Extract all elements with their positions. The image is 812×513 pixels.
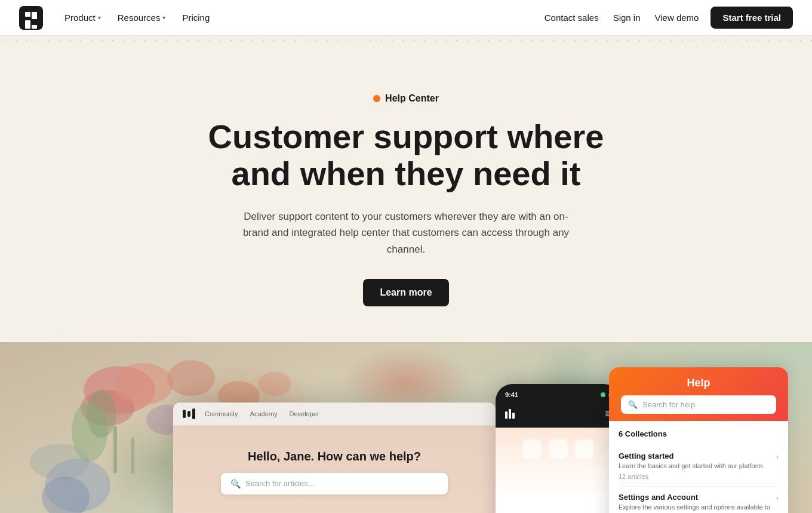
tab-community[interactable]: Community: [205, 410, 238, 417]
chevron-right-icon: ›: [776, 494, 779, 502]
chevron-right-icon: ›: [776, 453, 779, 461]
mobile-time: 9:41: [505, 391, 518, 398]
search-placeholder: Search for articles...: [245, 479, 315, 488]
mobile-logo-icon: [505, 409, 515, 419]
sign-in-link[interactable]: Sign in: [611, 8, 643, 27]
mobile-mockup: 9:41 + ≡: [496, 384, 621, 513]
view-demo-link[interactable]: View demo: [653, 8, 702, 27]
help-search-bar[interactable]: 🔍 Search for help: [621, 395, 776, 414]
signal-icon: [601, 392, 605, 397]
hero-title-line1: Customer support where: [208, 118, 604, 155]
demo-section: Community Academy Developer Hello, Jane.…: [0, 342, 812, 513]
mobile-bar-2: [509, 409, 511, 419]
tab-developer[interactable]: Developer: [289, 410, 319, 417]
hero-title: Customer support where and when they nee…: [197, 118, 615, 192]
svg-point-5: [167, 360, 215, 396]
nav-pricing-label: Pricing: [182, 13, 210, 23]
svg-point-2: [113, 363, 173, 405]
start-trial-button[interactable]: Start free trial: [710, 7, 793, 29]
collection-desc: Explore the various settings and options…: [619, 503, 776, 513]
dotted-divider: [0, 36, 812, 45]
logo-bar: [183, 410, 186, 418]
mobile-logo-area: ≡: [496, 403, 621, 428]
svg-rect-10: [113, 426, 117, 474]
learn-more-button[interactable]: Learn more: [363, 279, 448, 306]
contact-sales-link[interactable]: Contact sales: [542, 8, 601, 27]
collection-info: Settings and Account Explore the various…: [619, 493, 776, 513]
desktop-mockup: Community Academy Developer Hello, Jane.…: [173, 403, 496, 513]
svg-point-13: [258, 372, 291, 396]
collection-name: Getting started: [619, 451, 765, 460]
nav-right: Contact sales Sign in View demo Start fr…: [542, 7, 793, 29]
nav-product-label: Product: [64, 13, 96, 23]
collection-count: 12 articles: [619, 473, 765, 480]
desktop-content: Hello, Jane. How can we help? 🔍 Search f…: [173, 426, 496, 513]
chevron-down-icon: ▾: [98, 14, 101, 21]
nav-resources-label: Resources: [118, 13, 161, 23]
desktop-search-bar[interactable]: 🔍 Search for articles...: [221, 473, 448, 494]
intercom-browser-logo: [183, 408, 195, 419]
logo-bar-3: [25, 20, 30, 29]
collection-item-settings[interactable]: Settings and Account Explore the various…: [619, 487, 779, 513]
collections-count: 6 Collections: [619, 429, 779, 438]
badge-label: Help Center: [385, 93, 439, 104]
help-center-badge: Help Center: [373, 93, 439, 104]
collection-desc: Learn the basics and get started with ou…: [619, 462, 765, 471]
mobile-bar-3: [512, 413, 515, 419]
logo[interactable]: [19, 6, 43, 30]
help-panel-header: Help 🔍 Search for help: [609, 367, 788, 421]
collection-row: Settings and Account Explore the various…: [619, 493, 779, 513]
tab-academy[interactable]: Academy: [250, 410, 278, 417]
browser-tabs: Community Academy Developer: [205, 410, 319, 417]
hero-description: Deliver support content to your customer…: [239, 208, 573, 257]
hero-title-line2: and when they need it: [232, 155, 581, 192]
mobile-content: [496, 428, 621, 513]
logo-bar-2: [32, 12, 37, 19]
nav-links: Product ▾ Resources ▾ Pricing: [57, 8, 217, 27]
search-icon: 🔍: [230, 479, 241, 489]
nav-left: Product ▾ Resources ▾ Pricing: [19, 6, 217, 30]
navbar: Product ▾ Resources ▾ Pricing Contact sa…: [0, 0, 812, 36]
desktop-greeting: Hello, Jane. How can we help?: [248, 450, 421, 463]
logo-bar: [187, 411, 190, 417]
mobile-bar-1: [505, 411, 508, 419]
mobile-icon-2: [549, 440, 568, 459]
logo-bar-1: [25, 12, 30, 17]
logo-bar-4: [32, 25, 37, 29]
mobile-icon-3: [575, 440, 594, 459]
help-panel: Help 🔍 Search for help 6 Collections Get…: [609, 367, 788, 513]
logo-bars-icon: [25, 12, 37, 24]
help-panel-title: Help: [621, 377, 776, 389]
collection-name: Settings and Account: [619, 493, 776, 502]
chevron-down-icon: ▾: [162, 14, 165, 21]
logo-bar: [192, 408, 195, 419]
collection-item-getting-started[interactable]: Getting started Learn the basics and get…: [619, 446, 779, 487]
help-panel-body: 6 Collections Getting started Learn the …: [609, 421, 788, 513]
nav-resources[interactable]: Resources ▾: [110, 8, 173, 27]
mobile-icon-row: [504, 440, 613, 459]
hero-section: Help Center Customer support where and w…: [0, 45, 812, 342]
search-icon: 🔍: [628, 400, 638, 409]
mobile-icon-1: [522, 440, 542, 459]
collection-row: Getting started Learn the basics and get…: [619, 451, 779, 480]
orange-dot-icon: [373, 95, 380, 102]
svg-point-4: [87, 390, 116, 438]
browser-bar: Community Academy Developer: [173, 403, 496, 426]
help-search-placeholder: Search for help: [642, 400, 695, 409]
svg-rect-11: [131, 438, 134, 474]
nav-product[interactable]: Product ▾: [57, 8, 108, 27]
collection-info: Getting started Learn the basics and get…: [619, 451, 765, 480]
nav-pricing[interactable]: Pricing: [175, 8, 217, 27]
mobile-status-bar: 9:41 +: [496, 384, 621, 403]
